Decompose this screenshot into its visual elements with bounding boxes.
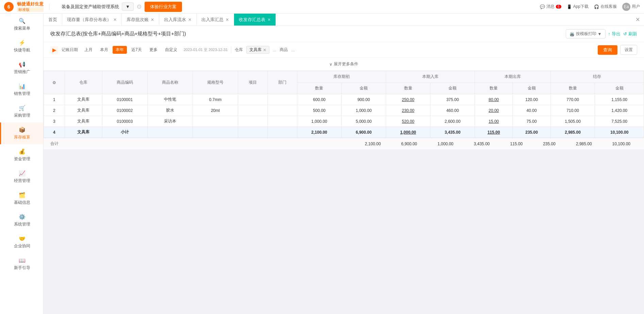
tab-home[interactable]: 首页 xyxy=(44,14,62,26)
sidebar-item-sales[interactable]: 📊 销售管理 xyxy=(0,79,43,101)
expand-more-btn[interactable]: ∨ 展开更多条件 xyxy=(329,61,358,67)
row1-out-qty[interactable]: 80.00 xyxy=(475,94,513,105)
tab-batch-close[interactable]: ✕ xyxy=(151,17,154,22)
sales-icon: 📊 xyxy=(19,83,26,89)
row2-warehouse: 文具库 xyxy=(65,105,102,116)
row1-code: 0100001 xyxy=(102,94,147,105)
guide-icon: 📖 xyxy=(19,257,26,264)
subtotal-out-amt: 235.00 xyxy=(513,127,550,138)
warehouse-filter-label: 仓库 xyxy=(235,47,243,53)
user-item[interactable]: Ea 用户 xyxy=(622,3,640,11)
inventory-icon: 📦 xyxy=(19,127,26,133)
row1-warehouse: 文具库 xyxy=(65,94,102,105)
refresh-btn[interactable]: ↺ 刷新 xyxy=(623,31,637,37)
th-settings[interactable]: ⚙ xyxy=(44,71,65,94)
message-item[interactable]: 💬 消息 6 xyxy=(540,4,561,10)
operations-icon: 📈 xyxy=(19,170,26,177)
tab-recv-send[interactable]: 收发存汇总表 ✕ xyxy=(234,14,276,26)
row2-opening-qty: 500.00 xyxy=(297,105,342,116)
refresh-icon: ↺ xyxy=(623,31,627,36)
tab-recv-send-close[interactable]: ✕ xyxy=(267,17,271,22)
query-button[interactable]: 查询 xyxy=(598,45,617,55)
main-content: 首页 现存量（库存分布表） ✕ 库存批次账 ✕ 出入库流水 ✕ 出入库汇总 ✕ … xyxy=(44,14,644,314)
sidebar-item-search[interactable]: 🔍 搜索菜单 xyxy=(0,14,43,35)
tab-inout-summary[interactable]: 出入库汇总 ✕ xyxy=(197,14,234,26)
goods-more[interactable]: ... xyxy=(291,48,295,52)
tab-inout-flow[interactable]: 出入库流水 ✕ xyxy=(159,14,197,26)
sidebar-item-enterprise[interactable]: 🤝 企业协同 xyxy=(0,231,43,253)
settings-icon[interactable]: ⚙ xyxy=(136,3,142,11)
date-range-display: 2023-01-01 至 2023-12-31 xyxy=(184,47,228,52)
export-btn[interactable]: ↑ 导出 xyxy=(608,31,621,37)
phone-icon: 📱 xyxy=(567,4,572,9)
sidebar-item-marketing[interactable]: 📢 营销推广 xyxy=(0,57,43,79)
date-btn-more[interactable]: 更多 xyxy=(146,46,161,54)
th-department: 部门 xyxy=(267,71,297,94)
subtotal-out-qty[interactable]: 115.00 xyxy=(475,127,513,138)
sidebar-item-finance[interactable]: 💰 资金管理 xyxy=(0,144,43,166)
page-content: 收发存汇总表(按仓库+商品编码+商品+规格型号+项目+部门) 🖨️ 按模板打印 … xyxy=(44,26,644,314)
app-download-item[interactable]: 📱 App下载 xyxy=(567,4,589,10)
warehouse-tag-close[interactable]: ✕ xyxy=(263,48,266,52)
total-closing-amt: 10,100.00 xyxy=(612,142,630,146)
sidebar-item-guide[interactable]: 📖 新手引导 xyxy=(0,253,43,275)
date-btn-year[interactable]: 本年 xyxy=(113,46,127,54)
tab-inout-summary-close[interactable]: ✕ xyxy=(226,17,229,22)
warehouse-tag: 文具库 ✕ xyxy=(246,46,269,54)
row3-out-qty[interactable]: 15.00 xyxy=(475,116,513,127)
set-button[interactable]: 设置 xyxy=(620,45,637,55)
search-icon: 🔍 xyxy=(19,18,26,24)
filter-line: ▶ 记账日期 上月 本月 本年 近7天 更多 自定义 2023-01-01 xyxy=(50,45,637,55)
subtotal-in-qty[interactable]: 1,000.00 xyxy=(386,127,430,138)
row3-no: 3 xyxy=(44,116,65,127)
expand-chevron: ∨ xyxy=(329,62,332,67)
row1-in-qty[interactable]: 250.00 xyxy=(386,94,430,105)
filter-toggle-btn[interactable]: ▶ xyxy=(50,46,58,54)
subtotal-closing-qty: 2,985.00 xyxy=(550,127,595,138)
row3-spec xyxy=(193,116,238,127)
th-opening-qty: 数量 xyxy=(297,83,342,94)
sidebar-item-operations[interactable]: 📈 经营管理 xyxy=(0,166,43,188)
marketing-icon: 📢 xyxy=(19,61,26,68)
sidebar-item-basic[interactable]: 🗂️ 基础信息 xyxy=(0,188,43,210)
row3-in-qty[interactable]: 520.00 xyxy=(386,116,430,127)
date-btn-prev[interactable]: 上月 xyxy=(81,46,96,54)
table-container: ⚙ 仓库 商品编码 商品名称 规格型号 项目 部门 库存期初 本期入库 本期出库 xyxy=(44,71,644,138)
tab-stock-dist[interactable]: 现存量（库存分布表） ✕ xyxy=(62,14,122,26)
page-top: 收发存汇总表(按仓库+商品编码+商品+规格型号+项目+部门) 🖨️ 按模板打印 … xyxy=(44,26,644,138)
row1-spec: 0.7mm xyxy=(193,94,238,105)
print-btn[interactable]: 🖨️ 按模板打印 ▼ xyxy=(566,29,606,38)
warehouse-more[interactable]: ... xyxy=(273,48,276,52)
total-opening-qty: 2,100.00 xyxy=(365,142,381,146)
tab-batch[interactable]: 库存批次账 ✕ xyxy=(122,14,159,26)
export-label: 导出 xyxy=(612,31,621,37)
sidebar-label-finance: 资金管理 xyxy=(14,156,30,162)
sidebar-item-inventory[interactable]: 📦 库存核算 xyxy=(0,122,43,144)
total-in-amt: 3,435.00 xyxy=(474,142,490,146)
headset-icon: 🎧 xyxy=(594,4,599,9)
date-btn-7days[interactable]: 近7天 xyxy=(128,46,145,54)
row2-closing-amt: 1,420.00 xyxy=(595,105,644,116)
online-service-item[interactable]: 🎧 在线客服 xyxy=(594,4,617,10)
total-out-amt: 235.00 xyxy=(543,142,556,146)
tab-stock-dist-close[interactable]: ✕ xyxy=(113,17,117,22)
system-dropdown[interactable]: ▼ xyxy=(122,2,134,11)
message-badge: 6 xyxy=(556,5,561,9)
tab-bar-close[interactable]: ✕ xyxy=(631,16,644,23)
sidebar-item-system[interactable]: ⚙️ 系统管理 xyxy=(0,210,43,231)
sidebar-item-quicknav[interactable]: ⚡ 快捷导航 xyxy=(0,35,43,57)
row2-in-qty[interactable]: 230.00 xyxy=(386,105,430,116)
print-icon: 🖨️ xyxy=(569,32,575,36)
date-btn-cur[interactable]: 本月 xyxy=(97,46,111,54)
sidebar-item-purchase[interactable]: 🛒 采购管理 xyxy=(0,101,43,122)
tab-inout-flow-close[interactable]: ✕ xyxy=(188,17,192,22)
table-row: 3 文具库 0100003 采访本 1,000.00 5,000.00 520.… xyxy=(44,116,644,127)
date-btn-custom[interactable]: 自定义 xyxy=(162,46,180,54)
experience-btn[interactable]: 体验行业方案 xyxy=(145,2,182,12)
row2-out-qty[interactable]: 20.00 xyxy=(475,105,513,116)
subtotal-label: 小计 xyxy=(102,127,147,138)
row2-project xyxy=(238,105,268,116)
th-period-in: 本期入库 xyxy=(386,71,475,83)
subtotal-no: 4 xyxy=(44,127,65,138)
dropdown-chevron: ▼ xyxy=(126,4,130,9)
